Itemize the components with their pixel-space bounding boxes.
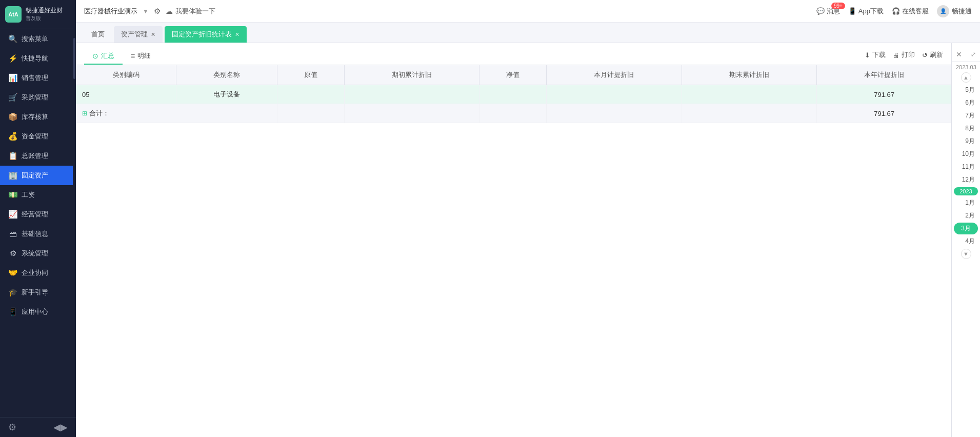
main-area: 医疗器械行业演示 ▼ ⚙ ☁ 我要体验一下 💬 消息 99+ 📱 App下载 🎧… xyxy=(76,0,980,437)
total-year-dep: 791.67 xyxy=(817,104,951,123)
purchase-icon: 🛒 xyxy=(8,93,17,102)
sidebar-item-fixedasset[interactable]: 🏢 固定资产 xyxy=(0,166,76,185)
month-11[interactable]: 11月 xyxy=(952,161,980,173)
quicknav-icon: ⚡ xyxy=(8,54,17,63)
year-2023-tag[interactable]: 2023 xyxy=(954,187,978,195)
panel-close-icon[interactable]: ✕ xyxy=(956,50,962,58)
ledger-icon: 📋 xyxy=(8,151,17,161)
col-original: 原值 xyxy=(277,65,345,85)
refresh-label: 刷新 xyxy=(930,50,943,59)
print-btn[interactable]: 🖨 打印 xyxy=(893,50,915,59)
print-icon: 🖨 xyxy=(893,51,899,59)
sidebar-item-quicknav[interactable]: ⚡ 快捷导航 xyxy=(0,49,76,68)
appcenter-icon: 📱 xyxy=(8,307,17,316)
month-9[interactable]: 9月 xyxy=(952,135,980,148)
collapse-icon[interactable]: ◀▶ xyxy=(53,422,68,433)
sidebar-item-ledger[interactable]: 📋 总账管理 xyxy=(0,146,76,166)
action-buttons: ⬇ 下载 🖨 打印 ↺ 刷新 xyxy=(865,50,943,63)
tab-depreciation-label: 固定资产折旧统计表 xyxy=(172,30,232,39)
month-7[interactable]: 7月 xyxy=(952,109,980,122)
print-label: 打印 xyxy=(902,50,915,59)
logo-text-group: 畅捷通好业财 普及版 xyxy=(26,7,63,22)
month-1[interactable]: 1月 xyxy=(952,196,980,209)
col-name: 类别名称 xyxy=(176,65,277,85)
sidebar-item-label: 销售管理 xyxy=(22,73,48,83)
sidebar-item-purchase[interactable]: 🛒 采购管理 xyxy=(0,88,76,107)
inner-tabs-left: ⊙ 汇总 ≡ 明细 xyxy=(84,48,159,65)
service-icon: 🎧 xyxy=(892,7,900,15)
month-3-current[interactable]: 3月 xyxy=(954,223,978,234)
row-end-dep xyxy=(682,85,817,104)
company-chevron-icon[interactable]: ▼ xyxy=(143,8,149,15)
download-label: 下载 xyxy=(872,50,886,59)
row-netvalue xyxy=(479,85,547,104)
tab-asset-close-icon[interactable]: ✕ xyxy=(151,31,155,38)
download-btn[interactable]: ⬇ 下载 xyxy=(865,50,886,59)
summary-icon: ⊙ xyxy=(92,52,98,60)
sales-icon: 📊 xyxy=(8,73,17,83)
panel-expand-icon[interactable]: ⤢ xyxy=(971,51,976,58)
tab-depreciation-close-icon[interactable]: ✕ xyxy=(235,31,239,38)
table-row: 05 电子设备 791.67 xyxy=(76,85,951,104)
experience-label: 我要体验一下 xyxy=(175,7,215,16)
total-end-dep xyxy=(682,104,817,123)
month-10[interactable]: 10月 xyxy=(952,148,980,161)
content-main: ⊙ 汇总 ≡ 明细 ⬇ 下载 🖨 打印 xyxy=(76,43,951,437)
sidebar-item-guide[interactable]: 🎓 新手引导 xyxy=(0,283,76,302)
month-8[interactable]: 8月 xyxy=(952,122,980,135)
sidebar-item-operations[interactable]: 📈 经营管理 xyxy=(0,205,76,224)
service-label: 在线客服 xyxy=(902,7,929,16)
experience-btn[interactable]: ☁ 我要体验一下 xyxy=(166,7,215,16)
username-label: 畅捷通 xyxy=(952,7,972,16)
sidebar-item-payroll[interactable]: 💵 工资 xyxy=(0,185,76,205)
settings-icon[interactable]: ⚙ xyxy=(8,422,16,433)
sidebar-item-label: 新手引导 xyxy=(22,288,48,297)
total-init-dep xyxy=(344,104,479,123)
tab-summary[interactable]: ⊙ 汇总 xyxy=(84,48,123,65)
table-header-row: 类别编码 类别名称 原值 期初累计折旧 净值 本月计提折旧 期末累计折旧 本年计… xyxy=(76,65,951,85)
tab-asset-management[interactable]: 资产管理 ✕ xyxy=(114,26,163,43)
sidebar-item-label: 系统管理 xyxy=(22,249,48,258)
onlineservice-btn[interactable]: 🎧 在线客服 xyxy=(892,7,929,16)
company-name[interactable]: 医疗器械行业演示 xyxy=(84,7,137,16)
sidebar-item-label: 应用中心 xyxy=(22,307,48,316)
nav-up-btn[interactable]: ▲ xyxy=(961,72,971,83)
panel-header: ✕ ⤢ xyxy=(952,47,980,62)
operations-icon: 📈 xyxy=(8,210,17,219)
sidebar-item-appcenter[interactable]: 📱 应用中心 xyxy=(0,302,76,322)
sidebar-item-finance[interactable]: 💰 资金管理 xyxy=(0,127,76,146)
month-4[interactable]: 4月 xyxy=(952,235,980,248)
logo-icon: AtA xyxy=(5,6,22,23)
sidebar-item-label: 搜索菜单 xyxy=(22,34,48,44)
month-12[interactable]: 12月 xyxy=(952,173,980,186)
total-row: ⊞ 合计： 791.67 xyxy=(76,104,951,123)
refresh-btn[interactable]: ↺ 刷新 xyxy=(922,50,943,59)
sidebar-item-sales[interactable]: 📊 销售管理 xyxy=(0,68,76,88)
total-icon: ⊞ xyxy=(82,110,87,117)
sidebar-item-collab[interactable]: 🤝 企业协同 xyxy=(0,263,76,283)
download-icon: ⬇ xyxy=(865,51,870,59)
nav-down-btn[interactable]: ▼ xyxy=(961,249,971,259)
total-label-cell: ⊞ 合计： xyxy=(76,104,277,123)
tab-home[interactable]: 首页 xyxy=(84,26,112,43)
appdownload-btn[interactable]: 📱 App下载 xyxy=(848,7,884,16)
sidebar-item-search[interactable]: 🔍 搜索菜单 xyxy=(0,29,76,49)
sidebar-item-inventory[interactable]: 📦 库存核算 xyxy=(0,107,76,127)
settings-gear-icon[interactable]: ⚙ xyxy=(154,7,161,16)
tab-depreciation-report[interactable]: 固定资产折旧统计表 ✕ xyxy=(165,26,247,43)
tab-detail[interactable]: ≡ 明细 xyxy=(123,48,159,65)
month-5[interactable]: 5月 xyxy=(952,84,980,96)
message-btn[interactable]: 💬 消息 99+ xyxy=(816,7,840,16)
sidebar-item-system[interactable]: ⚙ 系统管理 xyxy=(0,244,76,263)
col-init-dep: 期初累计折旧 xyxy=(344,65,479,85)
month-2[interactable]: 2月 xyxy=(952,209,980,222)
sidebar: AtA 畅捷通好业财 普及版 🔍 搜索菜单 ⚡ 快捷导航 📊 销售管理 🛒 采购… xyxy=(0,0,76,437)
row-code: 05 xyxy=(76,85,176,104)
total-text: 合计： xyxy=(89,109,109,118)
month-6[interactable]: 6月 xyxy=(952,96,980,109)
total-original xyxy=(277,104,345,123)
sidebar-item-label: 库存核算 xyxy=(22,112,48,122)
user-menu[interactable]: 👤 畅捷通 xyxy=(937,5,972,17)
col-netvalue: 净值 xyxy=(479,65,547,85)
sidebar-item-basicinfo[interactable]: 🗃 基础信息 xyxy=(0,224,76,244)
